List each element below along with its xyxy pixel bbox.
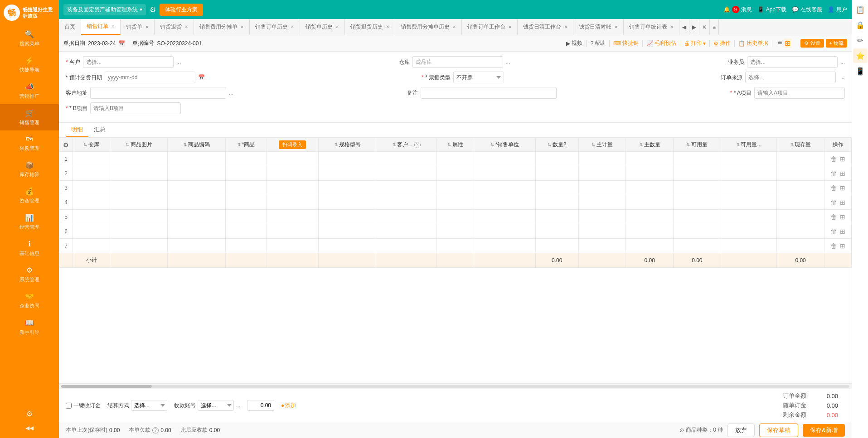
customer-more-icon[interactable]: ... <box>176 59 181 65</box>
tab-close-9[interactable]: ✕ <box>508 24 512 29</box>
business-input[interactable] <box>747 56 838 68</box>
row-copy-btn[interactable]: ⊞ <box>839 212 846 221</box>
row-stock[interactable] <box>777 210 824 224</box>
th-attribute[interactable]: 属性 <box>436 138 474 152</box>
th-qty2[interactable]: 数量2 <box>535 138 578 152</box>
row-main-unit[interactable] <box>578 166 626 181</box>
add-payment-btn[interactable]: ● 添加 <box>281 402 296 409</box>
bank-account-more-icon[interactable]: ... <box>236 402 240 409</box>
one-click-label[interactable]: 一键收订金 <box>66 402 101 409</box>
row-warehouse[interactable] <box>73 181 110 195</box>
row-attribute[interactable] <box>436 210 474 224</box>
row-copy-btn[interactable]: ⊞ <box>839 154 846 164</box>
row-spec[interactable] <box>319 210 376 224</box>
tab-7[interactable]: 销货退货历史✕ <box>345 19 395 35</box>
row-warehouse[interactable] <box>73 166 110 181</box>
system-selector[interactable]: 装备及固定资产辅助管理系统 ▾ <box>63 4 146 15</box>
tab-close-8[interactable]: ✕ <box>452 24 456 29</box>
scan-enter-btn[interactable]: 扫码录入 <box>279 140 306 149</box>
tab-8[interactable]: 销售费用分摊单历史✕ <box>395 19 462 35</box>
row-delete-btn[interactable]: 🗑 <box>829 198 838 207</box>
scroll-area[interactable] <box>59 383 852 389</box>
row-main-qty[interactable] <box>626 210 674 224</box>
remark-input[interactable] <box>421 87 557 99</box>
settings-panel-btn[interactable]: ⚙ 设置 <box>800 39 824 48</box>
order-source-more-icon[interactable]: ⌄ <box>840 74 845 81</box>
order-source-input[interactable] <box>745 72 836 83</box>
right-icon-clipboard[interactable]: 📋 <box>853 2 868 17</box>
row-attribute[interactable] <box>436 152 474 166</box>
address-input[interactable] <box>90 87 226 99</box>
row-spec[interactable] <box>319 152 376 166</box>
row-available2[interactable] <box>721 166 777 181</box>
row-main-qty[interactable] <box>626 166 674 181</box>
row-warehouse[interactable] <box>73 210 110 224</box>
row-goods[interactable] <box>225 224 267 239</box>
tab-3[interactable]: 销货退货✕ <box>155 19 194 35</box>
sidebar-item-采购管理[interactable]: 🛍采购管理 <box>0 130 59 156</box>
row-warehouse[interactable] <box>73 195 110 210</box>
tab-5[interactable]: 销售订单历史✕ <box>250 19 300 35</box>
customer-input[interactable] <box>83 56 174 68</box>
tab-close-6[interactable]: ✕ <box>335 24 339 29</box>
tab-4[interactable]: 销售费用分摊单✕ <box>194 19 250 35</box>
row-unit[interactable] <box>474 181 535 195</box>
row-unit[interactable] <box>474 152 535 166</box>
row-available[interactable] <box>674 239 721 253</box>
sidebar-item-库存核算[interactable]: 📦库存核算 <box>0 156 59 183</box>
row-spec[interactable] <box>319 195 376 210</box>
row-available[interactable] <box>674 152 721 166</box>
row-goods[interactable] <box>225 239 267 253</box>
row-warehouse[interactable] <box>73 152 110 166</box>
tab-0[interactable]: 首页 <box>59 19 81 35</box>
help-btn[interactable]: ? 帮助 <box>590 39 606 47</box>
view-btn[interactable]: ▶ 视频 <box>566 39 582 47</box>
sidebar-item-基础信息[interactable]: ℹ基础信息 <box>0 235 59 261</box>
tab-summary[interactable]: 汇总 <box>88 123 111 137</box>
one-click-checkbox[interactable] <box>66 403 72 409</box>
row-attribute[interactable] <box>436 239 474 253</box>
print-btn[interactable]: 🖨 打印 ▾ <box>684 39 706 47</box>
row-code[interactable] <box>168 195 225 210</box>
row-delete-btn[interactable]: 🗑 <box>829 169 838 178</box>
row-qty2[interactable] <box>535 210 578 224</box>
right-icon-star[interactable]: ⭐ <box>853 48 868 63</box>
th-code[interactable]: 商品编码 <box>168 138 225 152</box>
row-spec[interactable] <box>319 181 376 195</box>
user-btn[interactable]: 👤 用户 <box>828 6 847 14</box>
row-delete-btn[interactable]: 🗑 <box>829 183 838 193</box>
tab-prev-btn[interactable]: ◀ <box>679 19 689 35</box>
row-delete-btn[interactable]: 🗑 <box>829 227 838 236</box>
tab-1[interactable]: 销售订单✕ <box>81 19 121 35</box>
th-goods[interactable]: *商品 <box>225 138 267 152</box>
row-copy-btn[interactable]: ⊞ <box>839 169 846 178</box>
row-customer-code[interactable] <box>376 152 437 166</box>
row-code[interactable] <box>168 181 225 195</box>
row-qty2[interactable] <box>535 181 578 195</box>
row-delete-btn[interactable]: 🗑 <box>829 212 838 221</box>
row-main-unit[interactable] <box>578 152 626 166</box>
row-qty2[interactable] <box>535 239 578 253</box>
row-goods[interactable] <box>225 210 267 224</box>
row-available[interactable] <box>674 224 721 239</box>
row-main-qty[interactable] <box>626 195 674 210</box>
view-toggle-2[interactable]: ⊞ <box>784 39 791 48</box>
row-copy-btn[interactable]: ⊞ <box>839 241 846 250</box>
a-project-input[interactable] <box>754 87 845 99</box>
row-qty2[interactable] <box>535 152 578 166</box>
tab-2[interactable]: 销货单✕ <box>121 19 155 35</box>
row-delete-btn[interactable]: 🗑 <box>829 241 838 250</box>
row-unit[interactable] <box>474 195 535 210</box>
sidebar-settings[interactable]: ⚙ <box>26 409 33 418</box>
row-attribute[interactable] <box>436 181 474 195</box>
row-customer-code[interactable] <box>376 239 437 253</box>
online-service-btn[interactable]: 💬 在线客服 <box>792 6 822 14</box>
arrears-info-icon[interactable]: ? <box>152 427 159 433</box>
discard-btn[interactable]: 放弃 <box>727 424 755 437</box>
row-spec[interactable] <box>319 239 376 253</box>
tab-close-5[interactable]: ✕ <box>291 24 294 29</box>
tab-12[interactable]: 销售订单统计表✕ <box>624 19 679 35</box>
row-main-qty[interactable] <box>626 152 674 166</box>
sidebar-item-经营管理[interactable]: 📊经营管理 <box>0 209 59 235</box>
th-available[interactable]: 可用量 <box>674 138 721 152</box>
